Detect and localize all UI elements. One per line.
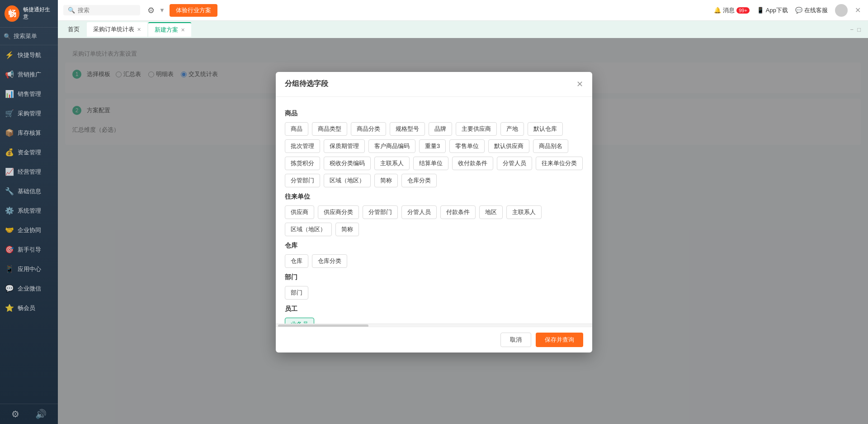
field-tag[interactable]: 零售单位 bbox=[449, 139, 485, 153]
apps-icon: 📱 bbox=[5, 265, 14, 273]
field-tag[interactable]: 保质期管理 bbox=[324, 139, 365, 153]
modal-body[interactable]: 商品 商品 商品类型 商品分类 规格型号 品牌 主要供应商 产地 默认仓库 批次… bbox=[276, 97, 592, 324]
field-tag[interactable]: 商品类型 bbox=[312, 122, 347, 136]
sidebar-item-label: 企业协同 bbox=[18, 226, 41, 234]
field-tag[interactable]: 品牌 bbox=[429, 122, 452, 136]
field-tag[interactable]: 批次管理 bbox=[285, 139, 320, 153]
sidebar-item-operations[interactable]: 📈 经营管理 bbox=[0, 162, 58, 181]
member-icon: ⭐ bbox=[5, 304, 14, 312]
field-tag[interactable]: 简称 bbox=[374, 174, 398, 187]
modal-footer: 取消 保存并查询 bbox=[276, 327, 592, 353]
field-tag[interactable]: 仓库分类 bbox=[312, 254, 347, 268]
notification-item[interactable]: 🔔 消息 99+ bbox=[714, 6, 750, 14]
field-tag[interactable]: 默认仓库 bbox=[528, 122, 563, 136]
field-tag[interactable]: 分管人员 bbox=[401, 205, 437, 219]
field-tag[interactable]: 主联系人 bbox=[374, 157, 410, 170]
close-window-icon[interactable]: ✕ bbox=[855, 6, 861, 14]
sidebar-item-apps[interactable]: 📱 应用中心 bbox=[0, 259, 58, 279]
field-tag[interactable]: 重量3 bbox=[419, 139, 446, 153]
field-tag[interactable]: 往来单位分类 bbox=[536, 157, 583, 170]
field-tag[interactable]: 商品 bbox=[285, 122, 308, 136]
service-item[interactable]: 💬 在线客服 bbox=[795, 6, 828, 14]
field-tag[interactable]: 拣货积分 bbox=[285, 157, 320, 170]
search-input[interactable] bbox=[78, 7, 127, 14]
service-icon: 💬 bbox=[795, 7, 802, 14]
field-tag[interactable]: 客户商品编码 bbox=[368, 139, 415, 153]
field-tag[interactable]: 收付款条件 bbox=[452, 157, 493, 170]
sidebar-item-sales[interactable]: 📊 销售管理 bbox=[0, 84, 58, 104]
section-product-title: 商品 bbox=[285, 110, 583, 118]
section-product-fields: 商品 商品类型 商品分类 规格型号 品牌 主要供应商 产地 默认仓库 批次管理 … bbox=[285, 122, 583, 187]
system-icon: ⚙️ bbox=[5, 206, 14, 215]
avatar[interactable] bbox=[835, 4, 848, 17]
field-tag[interactable]: 产地 bbox=[500, 122, 524, 136]
section-employee-fields: 业务员 bbox=[285, 318, 583, 324]
cancel-button[interactable]: 取消 bbox=[500, 333, 531, 347]
field-tag[interactable]: 供应商分类 bbox=[318, 205, 359, 219]
sidebar-item-marketing[interactable]: 📢 营销推广 bbox=[0, 65, 58, 84]
sidebar-item-label: 库存核算 bbox=[18, 129, 41, 137]
sidebar-item-label: 营销推广 bbox=[18, 71, 41, 79]
field-tag[interactable]: 默认供应商 bbox=[488, 139, 529, 153]
field-tag[interactable]: 主要供应商 bbox=[456, 122, 497, 136]
experience-btn[interactable]: 体验行业方案 bbox=[170, 4, 217, 17]
sidebar-item-wechat[interactable]: 💬 企业微信 bbox=[0, 279, 58, 298]
tabs-bar: 首页 采购订单统计表 ✕ 新建方案 ✕ − □ bbox=[58, 21, 868, 38]
field-tag[interactable]: 规格型号 bbox=[390, 122, 425, 136]
sidebar-search[interactable]: 🔍 搜索菜单 bbox=[0, 28, 58, 45]
field-tag[interactable]: 区域（地区） bbox=[324, 174, 371, 187]
tab-maximize-icon[interactable]: □ bbox=[857, 26, 861, 33]
tab-purchase-stats-close[interactable]: ✕ bbox=[137, 27, 141, 33]
sidebar-item-inventory[interactable]: 📦 库存核算 bbox=[0, 123, 58, 143]
tab-purchase-stats[interactable]: 采购订单统计表 ✕ bbox=[87, 22, 147, 37]
wechat-icon: 💬 bbox=[5, 284, 14, 293]
sidebar-item-member[interactable]: ⭐ 畅会员 bbox=[0, 298, 58, 318]
field-tag[interactable]: 区域（地区） bbox=[285, 223, 332, 236]
sidebar-item-label: 经营管理 bbox=[18, 168, 41, 176]
tab-new-plan-close[interactable]: ✕ bbox=[181, 27, 185, 33]
marketing-icon: 📢 bbox=[5, 70, 14, 79]
modal-dialog: 分组待选字段 ✕ 商品 商品 商品类型 商品分类 规格型号 品牌 主要供应商 产… bbox=[276, 72, 592, 353]
tab-home[interactable]: 首页 bbox=[61, 22, 86, 37]
field-tag[interactable]: 税收分类编码 bbox=[324, 157, 371, 170]
section-partner-title: 往来单位 bbox=[285, 193, 583, 201]
field-tag[interactable]: 仓库 bbox=[285, 254, 308, 268]
settings-bottom-icon[interactable]: ⚙ bbox=[11, 409, 19, 419]
field-tag-employee[interactable]: 业务员 bbox=[285, 318, 314, 324]
sidebar-item-finance[interactable]: 💰 资金管理 bbox=[0, 143, 58, 162]
sidebar-item-quick-nav[interactable]: ⚡ 快捷导航 bbox=[0, 45, 58, 65]
sidebar-item-collab[interactable]: 🤝 企业协同 bbox=[0, 220, 58, 240]
field-tag[interactable]: 地区 bbox=[479, 205, 503, 219]
sidebar-item-newbie[interactable]: 🎯 新手引导 bbox=[0, 240, 58, 259]
download-item[interactable]: 📱 App下载 bbox=[757, 6, 788, 14]
field-tag[interactable]: 简称 bbox=[335, 223, 359, 236]
sidebar-item-purchase[interactable]: 🛒 采购管理 bbox=[0, 104, 58, 123]
field-tag[interactable]: 分管部门 bbox=[285, 174, 320, 187]
logo-icon: 畅 bbox=[5, 5, 19, 22]
field-tag[interactable]: 商品分类 bbox=[351, 122, 386, 136]
section-partner-fields: 供应商 供应商分类 分管部门 分管人员 付款条件 地区 主联系人 区域（地区） … bbox=[285, 205, 583, 236]
field-tag[interactable]: 主联系人 bbox=[506, 205, 542, 219]
modal-horizontal-scrollbar[interactable] bbox=[276, 324, 592, 326]
modal-hscroll-thumb bbox=[278, 324, 368, 326]
newbie-icon: 🎯 bbox=[5, 245, 14, 254]
sidebar-item-system[interactable]: ⚙️ 系统管理 bbox=[0, 201, 58, 220]
tab-new-plan[interactable]: 新建方案 ✕ bbox=[148, 22, 191, 37]
field-tag[interactable]: 分管人员 bbox=[497, 157, 532, 170]
field-tag[interactable]: 商品别名 bbox=[533, 139, 568, 153]
field-tag[interactable]: 仓库分类 bbox=[401, 174, 437, 187]
field-tag[interactable]: 部门 bbox=[285, 286, 308, 300]
finance-icon: 💰 bbox=[5, 148, 14, 157]
logo-text: 畅捷通好生意 bbox=[23, 6, 53, 20]
modal-close-button[interactable]: ✕ bbox=[576, 79, 583, 89]
topbar-search-box[interactable]: 🔍 bbox=[63, 5, 140, 15]
field-tag[interactable]: 分管部门 bbox=[363, 205, 398, 219]
tab-minimize-icon[interactable]: − bbox=[850, 26, 854, 33]
field-tag[interactable]: 付款条件 bbox=[440, 205, 476, 219]
field-tag[interactable]: 供应商 bbox=[285, 205, 314, 219]
confirm-button[interactable]: 保存并查询 bbox=[536, 333, 583, 347]
sidebar-item-basic[interactable]: 🔧 基础信息 bbox=[0, 181, 58, 201]
settings-icon[interactable]: ⚙ bbox=[147, 5, 155, 15]
audio-bottom-icon[interactable]: 🔊 bbox=[35, 409, 47, 419]
field-tag[interactable]: 结算单位 bbox=[413, 157, 448, 170]
